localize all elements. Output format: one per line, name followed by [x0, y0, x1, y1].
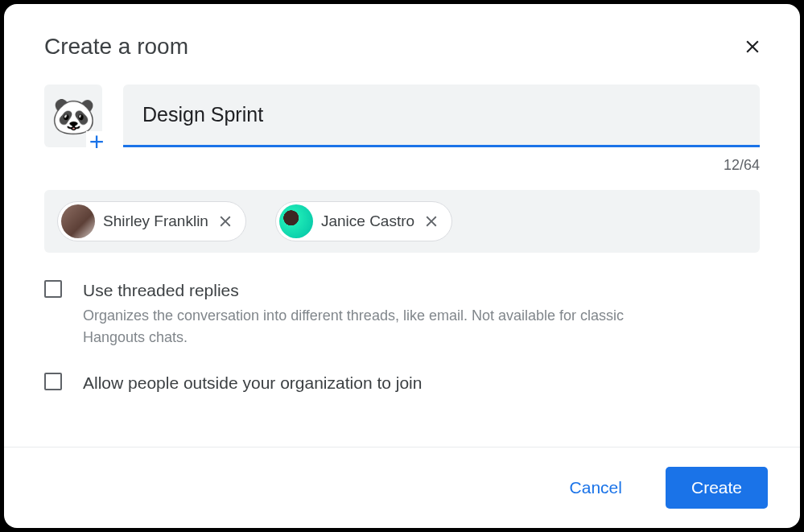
- name-input-wrapper: 12/64: [123, 85, 760, 174]
- member-name: Janice Castro: [321, 212, 414, 230]
- threaded-replies-option: Use threaded replies Organizes the conve…: [44, 278, 760, 348]
- avatar: [61, 204, 95, 238]
- emoji-picker[interactable]: 🐼 +: [44, 85, 102, 147]
- member-chip: Janice Castro: [275, 201, 452, 241]
- close-icon: [742, 36, 763, 57]
- dialog-footer: Cancel Create: [4, 447, 800, 528]
- avatar: [279, 204, 313, 238]
- dialog-content: 🐼 + 12/64 Shirley Franklin Janice Castro: [4, 60, 800, 447]
- member-name: Shirley Franklin: [103, 212, 208, 230]
- external-join-option: Allow people outside your organization t…: [44, 371, 760, 394]
- char-count: 12/64: [123, 157, 760, 174]
- close-icon: [423, 212, 440, 230]
- option-title: Allow people outside your organization t…: [83, 371, 760, 394]
- plus-icon: +: [86, 131, 107, 152]
- external-join-checkbox[interactable]: [44, 373, 62, 390]
- member-chip: Shirley Franklin: [57, 201, 246, 241]
- members-box[interactable]: Shirley Franklin Janice Castro: [44, 190, 760, 253]
- room-name-input[interactable]: [123, 85, 760, 147]
- options: Use threaded replies Organizes the conve…: [44, 278, 760, 395]
- create-room-dialog: Create a room 🐼 + 12/64 Shirley Franklin: [4, 4, 800, 528]
- create-button[interactable]: Create: [666, 467, 768, 509]
- remove-member-button[interactable]: [215, 211, 236, 232]
- cancel-button[interactable]: Cancel: [544, 467, 648, 509]
- threaded-replies-checkbox[interactable]: [44, 280, 62, 298]
- option-description: Organizes the conversation into differen…: [83, 305, 662, 348]
- name-row: 🐼 + 12/64: [44, 85, 760, 174]
- close-icon: [216, 212, 234, 230]
- close-button[interactable]: [739, 33, 766, 60]
- remove-member-button[interactable]: [421, 211, 442, 232]
- option-text: Use threaded replies Organizes the conve…: [83, 278, 760, 348]
- option-title: Use threaded replies: [83, 278, 760, 302]
- dialog-header: Create a room: [4, 4, 800, 60]
- dialog-title: Create a room: [44, 34, 188, 60]
- option-text: Allow people outside your organization t…: [83, 371, 760, 394]
